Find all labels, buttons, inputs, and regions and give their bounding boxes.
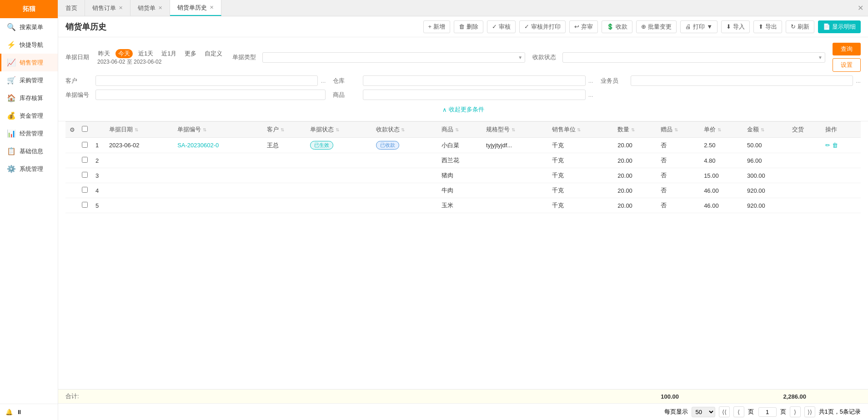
refresh-button[interactable]: ↻刷新 — [786, 20, 814, 33]
cell-checkbox[interactable] — [79, 198, 93, 213]
th-settings[interactable]: ⚙ — [65, 122, 79, 138]
th-goods[interactable]: 商品 ⇅ — [439, 122, 483, 138]
tab-sales-history-close[interactable]: ✕ — [210, 5, 214, 10]
action-link[interactable]: 🗑 — [832, 142, 838, 149]
show-detail-button[interactable]: 📄显示明细 — [818, 20, 861, 33]
th-payment-status[interactable]: 收款状态 ⇅ — [373, 122, 439, 138]
cell-checkbox[interactable] — [79, 183, 93, 198]
th-unit[interactable]: 销售单位 ⇅ — [549, 122, 615, 138]
sort-goods-icon[interactable]: ⇅ — [455, 127, 459, 132]
th-quantity[interactable]: 数量 ⇅ — [615, 122, 658, 138]
cell-checkbox[interactable] — [79, 153, 93, 168]
tab-sales-order[interactable]: 销售订单 ✕ — [85, 0, 130, 16]
sidebar-item-finance-mgmt[interactable]: 💰 资金管理 — [0, 107, 58, 125]
audit-button[interactable]: ✓审核 — [487, 20, 516, 33]
customer-input[interactable] — [95, 75, 318, 86]
new-button[interactable]: +新增 — [423, 20, 451, 33]
salesman-input[interactable] — [631, 75, 853, 86]
prev-page-button[interactable]: ⟨ — [733, 406, 744, 417]
sort-payment-status-icon[interactable]: ⇅ — [401, 127, 405, 132]
sort-doc-status-icon[interactable]: ⇅ — [336, 127, 339, 132]
tab-home[interactable]: 首页 — [58, 0, 85, 16]
query-button[interactable]: 查询 — [833, 43, 861, 55]
cell-checkbox[interactable] — [79, 138, 93, 153]
date-last1m[interactable]: 近1月 — [159, 49, 179, 58]
sidebar-item-operations-mgmt[interactable]: 📊 经营管理 — [0, 125, 58, 142]
close-window-icon[interactable]: ✕ — [858, 4, 868, 12]
sort-gift-icon[interactable]: ⇅ — [674, 127, 678, 132]
cell-doc-no[interactable] — [175, 183, 264, 198]
sort-doc-date-icon[interactable]: ⇅ — [135, 127, 138, 132]
last-page-button[interactable]: ⟩⟩ — [804, 406, 815, 417]
th-unit-price[interactable]: 单价 ⇅ — [701, 122, 744, 138]
sidebar-item-quick-nav[interactable]: ⚡ 快捷导航 — [0, 36, 58, 54]
tab-sales-order-close[interactable]: ✕ — [119, 5, 123, 11]
cell-doc-no[interactable] — [175, 198, 264, 213]
doc-no-input[interactable] — [95, 90, 326, 100]
select-all-checkbox[interactable] — [82, 126, 88, 132]
first-page-button[interactable]: ⟨⟨ — [719, 406, 730, 417]
sidebar-item-purchase-mgmt[interactable]: 🛒 采购管理 — [0, 71, 58, 89]
date-last7[interactable]: 近1天 — [135, 49, 156, 58]
row-checkbox[interactable] — [82, 172, 88, 178]
doc-type-select[interactable] — [262, 52, 525, 63]
date-today[interactable]: 今天 — [115, 49, 133, 58]
collect-button[interactable]: 💲收款 — [602, 20, 632, 33]
tab-sales-history[interactable]: 销货单历史 ✕ — [170, 0, 221, 16]
th-amount[interactable]: 金额 ⇅ — [744, 122, 789, 138]
batch-change-button[interactable]: ⊕批量变更 — [636, 20, 677, 33]
cell-doc-no[interactable] — [175, 168, 264, 183]
row-checkbox[interactable] — [82, 187, 88, 193]
cell-doc-no[interactable] — [175, 153, 264, 168]
th-spec[interactable]: 规格型号 ⇅ — [483, 122, 549, 138]
th-doc-status[interactable]: 单据状态 ⇅ — [307, 122, 373, 138]
print-button[interactable]: 🖨打印▼ — [680, 20, 717, 33]
row-checkbox[interactable] — [82, 202, 88, 208]
th-gift[interactable]: 赠品 ⇅ — [658, 122, 701, 138]
date-more[interactable]: 更多 — [182, 49, 199, 58]
sort-amount-icon[interactable]: ⇅ — [761, 127, 764, 132]
goods-input[interactable] — [363, 90, 585, 100]
export-button[interactable]: ⬆导出 — [753, 20, 782, 33]
sidebar-item-inventory-calc[interactable]: 🏠 库存核算 — [0, 89, 58, 107]
action-link[interactable]: ✏ — [825, 142, 830, 149]
page-size-select[interactable]: 50 100 — [692, 407, 715, 417]
tab-sales-goods-close[interactable]: ✕ — [158, 5, 162, 11]
goods-dots[interactable]: ... — [588, 91, 593, 98]
warehouse-dots[interactable]: ... — [588, 77, 593, 84]
sidebar-item-system-mgmt[interactable]: ⚙️ 系统管理 — [0, 160, 58, 178]
sort-spec-icon[interactable]: ⇅ — [512, 127, 515, 132]
customer-dots[interactable]: ... — [321, 77, 326, 84]
sort-unit-price-icon[interactable]: ⇅ — [717, 127, 721, 132]
row-checkbox[interactable] — [82, 142, 88, 148]
sort-unit-icon[interactable]: ⇅ — [577, 127, 581, 132]
delete-button[interactable]: 🗑删除 — [454, 20, 483, 33]
audit-print-button[interactable]: ✓审核并打印 — [519, 20, 566, 33]
th-doc-no[interactable]: 单据编号 ⇅ — [175, 122, 264, 138]
collapse-button[interactable]: ∧ 收起更多条件 — [65, 104, 861, 115]
tab-sales-goods[interactable]: 销货单 ✕ — [130, 0, 170, 16]
notification-icon[interactable]: 🔔 — [5, 409, 13, 415]
import-button[interactable]: ⬇导入 — [721, 20, 750, 33]
row-checkbox[interactable] — [82, 157, 88, 163]
payment-status-select[interactable] — [562, 52, 825, 63]
cell-checkbox[interactable] — [79, 168, 93, 183]
current-page-input[interactable] — [758, 407, 777, 417]
date-custom[interactable]: 自定义 — [202, 49, 225, 58]
sort-customer-icon[interactable]: ⇅ — [281, 127, 284, 132]
th-doc-date[interactable]: 单据日期 ⇅ — [106, 122, 175, 138]
sort-doc-no-icon[interactable]: ⇅ — [203, 127, 206, 132]
cell-doc-no[interactable]: SA-20230602-0 — [175, 138, 264, 153]
sort-quantity-icon[interactable]: ⇅ — [631, 127, 635, 132]
next-page-button[interactable]: ⟩ — [790, 406, 801, 417]
warehouse-input[interactable] — [363, 75, 585, 86]
pause-icon[interactable]: ⏸ — [16, 409, 22, 415]
date-yesterday[interactable]: 昨天 — [95, 49, 113, 58]
sidebar-item-basic-info[interactable]: 📋 基础信息 — [0, 142, 58, 160]
sidebar-item-sales-mgmt[interactable]: 📈 销售管理 — [0, 54, 58, 71]
abandon-button[interactable]: ↩弃审 — [569, 20, 598, 33]
sidebar-item-search-menu[interactable]: 🔍 搜索菜单 — [0, 18, 58, 36]
th-customer[interactable]: 客户 ⇅ — [264, 122, 307, 138]
settings-button[interactable]: 设置 — [833, 58, 861, 72]
salesman-dots[interactable]: ... — [856, 77, 861, 84]
